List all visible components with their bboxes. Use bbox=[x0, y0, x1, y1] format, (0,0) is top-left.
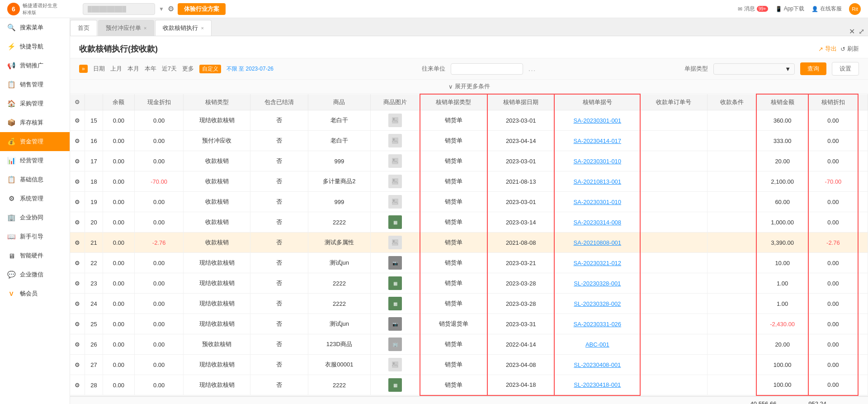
cell-voucher-report-date: 2023-03-01 bbox=[487, 192, 555, 212]
cell-seq: 22 bbox=[85, 253, 103, 273]
cell-scrollbar-pad bbox=[858, 273, 868, 294]
sidebar-item-business[interactable]: 📊 经营管理 bbox=[0, 151, 70, 170]
cell-voucher-report-no[interactable]: SA-20230414-017 bbox=[554, 131, 640, 151]
cell-gear[interactable]: ⚙ bbox=[70, 253, 85, 273]
settings-button[interactable]: 设置 bbox=[832, 62, 859, 76]
cell-writeoff-discount: 0.00 bbox=[808, 294, 858, 314]
company-selector[interactable]: ██████████ bbox=[83, 3, 155, 15]
cell-gear[interactable]: ⚙ bbox=[70, 375, 85, 395]
tab-prepay[interactable]: 预付冲应付单 × bbox=[98, 20, 154, 36]
table-row[interactable]: ⚙ 17 0.00 0.00 收款核销 否 999 销货单 2023-03-01… bbox=[70, 151, 868, 171]
cell-gear[interactable]: ⚙ bbox=[70, 314, 85, 334]
settings-icon[interactable]: ⚙ bbox=[168, 5, 174, 13]
filter-collapse-button[interactable]: » bbox=[79, 65, 88, 73]
tab-prepay-close[interactable]: × bbox=[144, 25, 146, 31]
cell-voucher-report-no[interactable]: SL-20230418-001 bbox=[554, 375, 640, 395]
export-button[interactable]: ↗ 导出 bbox=[818, 45, 837, 53]
sidebar-item-basic[interactable]: 📋 基础信息 bbox=[0, 170, 70, 189]
message-button[interactable]: ✉ 消息 99+ bbox=[738, 5, 768, 13]
table-row[interactable]: ⚙ 21 0.00 -2.76 收款核销 否 测试多属性 销货单 2021-08… bbox=[70, 233, 868, 253]
user-avatar[interactable]: Rit bbox=[849, 3, 861, 15]
sidebar-item-smarthw[interactable]: 🖥 智能硬件 bbox=[0, 246, 70, 265]
expand-more-button[interactable]: ∨ 展开更多条件 bbox=[448, 82, 490, 90]
cell-gear[interactable]: ⚙ bbox=[70, 334, 85, 355]
cell-voucher-report-no[interactable]: SA-20230301-010 bbox=[554, 151, 640, 171]
table-row[interactable]: ⚙ 24 0.00 0.00 现结收款核销 否 2222 ▦ 销货单 2023-… bbox=[70, 294, 868, 314]
date-last-month[interactable]: 上月 bbox=[110, 65, 122, 73]
sidebar-item-enterprise[interactable]: 🏢 企业协同 bbox=[0, 208, 70, 227]
date-this-year[interactable]: 本年 bbox=[145, 65, 156, 73]
cell-voucher-report-no[interactable]: SL-20230328-002 bbox=[554, 294, 640, 314]
cell-voucher-report-no[interactable]: SL-20230328-001 bbox=[554, 273, 640, 294]
voucher-type-select[interactable]: ▼ bbox=[713, 63, 795, 75]
sidebar-item-quicknav[interactable]: ⚡ 快捷导航 bbox=[0, 37, 70, 56]
trial-button[interactable]: 体验行业方案 bbox=[178, 3, 226, 15]
cell-voucher-report-no[interactable]: SA-20210813-001 bbox=[554, 171, 640, 192]
sidebar-item-sales[interactable]: 📋 销售管理 bbox=[0, 75, 70, 94]
cell-gear[interactable]: ⚙ bbox=[70, 192, 85, 212]
table-row[interactable]: ⚙ 19 0.00 0.00 收款核销 否 999 销货单 2023-03-01… bbox=[70, 192, 868, 212]
table-row[interactable]: ⚙ 23 0.00 0.00 现结收款核销 否 2222 ▦ 销货单 2023-… bbox=[70, 273, 868, 294]
sidebar-item-search[interactable]: 🔍 搜索菜单 bbox=[0, 18, 70, 37]
cell-collection-order-no bbox=[640, 314, 707, 334]
cell-gear[interactable]: ⚙ bbox=[70, 233, 85, 253]
cell-balance: 0.00 bbox=[103, 375, 135, 395]
tab-home[interactable]: 首页 bbox=[70, 20, 97, 36]
cell-writeoff-amount: 1.00 bbox=[756, 273, 808, 294]
refresh-button[interactable]: ↺ 刷新 bbox=[840, 45, 859, 53]
table-row[interactable]: ⚙ 15 0.00 0.00 现结收款核销 否 老白干 销货单 2023-03-… bbox=[70, 110, 868, 131]
cell-voucher-report-no[interactable]: SA-20230314-008 bbox=[554, 212, 640, 233]
partner-more-dots[interactable]: ... bbox=[528, 66, 536, 72]
partner-input[interactable] bbox=[451, 63, 523, 75]
cell-cash-discount: 0.00 bbox=[134, 151, 184, 171]
table-row[interactable]: ⚙ 26 0.00 0.00 预收款核销 否 123D商品 🏢 销货单 2022… bbox=[70, 334, 868, 355]
app-download-button[interactable]: 📱 App下载 bbox=[775, 5, 804, 13]
expand-more-bar: ∨ 展开更多条件 bbox=[70, 80, 868, 94]
cell-gear[interactable]: ⚙ bbox=[70, 273, 85, 294]
date-custom-button[interactable]: 自定义 bbox=[199, 65, 221, 73]
cell-voucher-report-no[interactable]: SA-20230321-012 bbox=[554, 253, 640, 273]
table-row[interactable]: ⚙ 20 0.00 0.00 收款核销 否 2222 ▦ 销货单 2023-03… bbox=[70, 212, 868, 233]
cell-gear[interactable]: ⚙ bbox=[70, 171, 85, 192]
table-row[interactable]: ⚙ 27 0.00 0.00 现结收款核销 否 衣服00001 销货单 2023… bbox=[70, 355, 868, 375]
tab-close-window-button[interactable]: ✕ bbox=[849, 27, 855, 36]
export-icon: ↗ bbox=[818, 46, 823, 52]
cell-gear[interactable]: ⚙ bbox=[70, 110, 85, 131]
cell-voucher-report-no[interactable]: SA-20230301-010 bbox=[554, 192, 640, 212]
th-writeoff-amount: 核销金额 bbox=[756, 94, 808, 110]
sidebar-item-member[interactable]: V 畅会员 bbox=[0, 284, 70, 303]
cell-voucher-report-no[interactable]: SA-20230301-001 bbox=[554, 110, 640, 131]
sidebar-item-guide[interactable]: 📖 新手引导 bbox=[0, 227, 70, 246]
cell-voucher-report-no[interactable]: SA-20210808-001 bbox=[554, 233, 640, 253]
th-gear[interactable]: ⚙ bbox=[70, 94, 85, 110]
tab-collection-close[interactable]: × bbox=[201, 25, 203, 31]
cell-voucher-report-no[interactable]: SL-20230408-001 bbox=[554, 355, 640, 375]
query-button[interactable]: 查询 bbox=[800, 62, 826, 75]
sidebar-item-purchase[interactable]: 🏠 采购管理 bbox=[0, 94, 70, 113]
cell-product-image: ▦ bbox=[371, 212, 420, 233]
date-this-month[interactable]: 本月 bbox=[127, 65, 139, 73]
tab-collection-writeoff[interactable]: 收款核销执行 × bbox=[155, 20, 211, 36]
cell-gear[interactable]: ⚙ bbox=[70, 355, 85, 375]
dropdown-arrow-icon[interactable]: ▼ bbox=[159, 6, 164, 12]
table-row[interactable]: ⚙ 25 0.00 0.00 现结收款核销 否 测试jun 📷 销货退货单 20… bbox=[70, 314, 868, 334]
table-row[interactable]: ⚙ 16 0.00 0.00 预付冲应收 否 老白干 销货单 2023-04-1… bbox=[70, 131, 868, 151]
sidebar-item-system[interactable]: ⚙ 系统管理 bbox=[0, 189, 70, 208]
sidebar-item-inventory[interactable]: 📦 库存核算 bbox=[0, 113, 70, 132]
cell-gear[interactable]: ⚙ bbox=[70, 294, 85, 314]
cell-gear[interactable]: ⚙ bbox=[70, 212, 85, 233]
sidebar-item-wechat[interactable]: 💬 企业微信 bbox=[0, 265, 70, 284]
tab-maximize-button[interactable]: ⤢ bbox=[859, 27, 864, 36]
sidebar-item-marketing[interactable]: 📢 营销推广 bbox=[0, 56, 70, 75]
online-service-button[interactable]: 👤 在线客服 bbox=[811, 5, 842, 13]
cell-gear[interactable]: ⚙ bbox=[70, 151, 85, 171]
table-row[interactable]: ⚙ 22 0.00 0.00 现结收款核销 否 测试jun 📷 销货单 2023… bbox=[70, 253, 868, 273]
cell-voucher-report-no[interactable]: SA-20230331-026 bbox=[554, 314, 640, 334]
sidebar-item-finance[interactable]: 💰 资金管理 bbox=[0, 132, 70, 151]
date-7days[interactable]: 近7天 bbox=[162, 65, 177, 73]
cell-gear[interactable]: ⚙ bbox=[70, 131, 85, 151]
table-row[interactable]: ⚙ 28 0.00 0.00 现结收款核销 否 2222 ▦ 销货单 2023-… bbox=[70, 375, 868, 395]
table-row[interactable]: ⚙ 18 0.00 -70.00 收款核销 否 多计量商品2 销货单 2021-… bbox=[70, 171, 868, 192]
date-more[interactable]: 更多 bbox=[182, 65, 194, 73]
cell-voucher-report-no[interactable]: ABC-001 bbox=[554, 334, 640, 355]
